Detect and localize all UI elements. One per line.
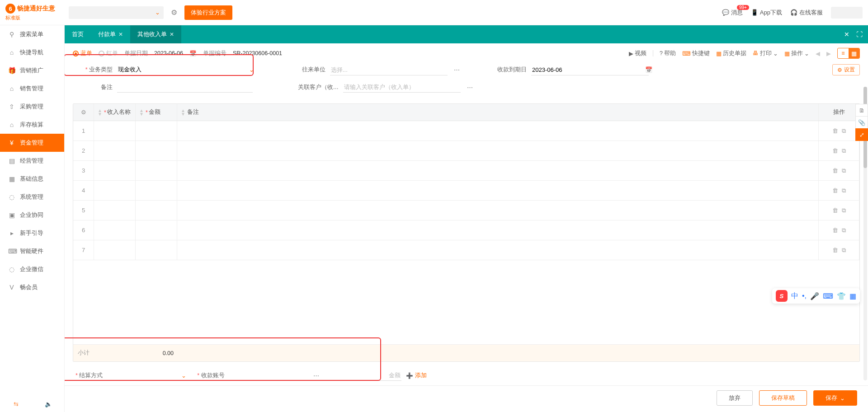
tab-other-income[interactable]: 其他收入单✕ xyxy=(130,25,181,43)
sidebar-item-system[interactable]: ◌系统管理 xyxy=(0,188,64,206)
calendar-icon[interactable]: 📅 xyxy=(645,66,652,73)
ops-button[interactable]: ▦操作 ⌄ xyxy=(784,50,809,57)
ime-keyboard-icon[interactable]: ⌨ xyxy=(823,292,833,300)
close-icon[interactable]: ✕ xyxy=(118,31,123,37)
sidebar-item-purchase[interactable]: ⇧采购管理 xyxy=(0,98,64,116)
attach-tool-button[interactable]: 📎 xyxy=(855,116,868,129)
col-amount-header[interactable]: ▲▼*金额 xyxy=(136,104,177,121)
messages-link[interactable]: 💬 消息 xyxy=(722,9,743,17)
note-tool-button[interactable]: 🗎 xyxy=(855,104,868,117)
ime-toolbox-icon[interactable]: ▦ xyxy=(849,292,856,300)
due-date-input[interactable] xyxy=(531,65,649,75)
sidebar-item-baseinfo[interactable]: ▦基础信息 xyxy=(0,170,64,188)
shortcut-button[interactable]: ⌨快捷键 xyxy=(682,50,710,57)
sidebar-item-search[interactable]: ⚲搜索菜单 xyxy=(0,25,64,43)
sidebar-collapse-button[interactable]: ⇆ xyxy=(0,396,32,412)
more-icon[interactable]: ⋯ xyxy=(313,372,319,379)
ime-toolbar[interactable]: S 中 •, 🎤 ⌨ 👕 ▦ xyxy=(772,288,860,304)
cell-amount[interactable] xyxy=(136,201,177,220)
ime-skin-icon[interactable]: 👕 xyxy=(837,292,846,300)
cell-remark[interactable] xyxy=(177,201,819,220)
delete-row-icon[interactable]: 🗑 xyxy=(832,207,838,214)
copy-row-icon[interactable]: ⧉ xyxy=(842,187,846,194)
table-row[interactable]: 6🗑⧉ xyxy=(73,220,859,240)
cell-name[interactable] xyxy=(94,161,136,180)
radio-red[interactable]: 红单 xyxy=(99,50,118,57)
delete-row-icon[interactable]: 🗑 xyxy=(832,227,838,234)
table-row[interactable]: 4🗑⧉ xyxy=(73,181,859,201)
delete-row-icon[interactable]: 🗑 xyxy=(832,127,838,134)
sidebar-item-funds[interactable]: ¥资金管理 xyxy=(0,134,64,152)
cell-name[interactable] xyxy=(94,201,136,220)
add-settle-button[interactable]: ➕添加 xyxy=(406,372,427,379)
delete-row-icon[interactable]: 🗑 xyxy=(832,167,838,174)
delete-row-icon[interactable]: 🗑 xyxy=(832,147,838,154)
sidebar-item-operation[interactable]: ▤经营管理 xyxy=(0,152,64,170)
prev-doc-button[interactable]: ◀ xyxy=(816,50,820,57)
cell-remark[interactable] xyxy=(177,220,819,240)
cell-remark[interactable] xyxy=(177,121,819,140)
cell-name[interactable] xyxy=(94,181,136,200)
cell-remark[interactable] xyxy=(177,240,819,260)
table-row[interactable]: 5🗑⧉ xyxy=(73,201,859,220)
sidebar-item-hardware[interactable]: ⌨智能硬件 xyxy=(0,242,64,260)
settings-button[interactable]: ⚙设置 xyxy=(832,64,860,75)
sidebar-item-sales[interactable]: ⌂销售管理 xyxy=(0,80,64,98)
close-icon[interactable]: ✕ xyxy=(170,31,174,37)
copy-row-icon[interactable]: ⧉ xyxy=(842,207,846,214)
history-button[interactable]: ▦历史单据 xyxy=(716,50,746,57)
video-button[interactable]: ▶视频 xyxy=(629,50,646,57)
gear-icon[interactable]: ⚙ xyxy=(171,8,177,17)
app-download-link[interactable]: 📱 App下载 xyxy=(751,9,782,17)
cell-name[interactable] xyxy=(94,121,136,140)
cell-remark[interactable] xyxy=(177,141,819,160)
view-form-button[interactable]: ▦ xyxy=(849,48,859,58)
delete-row-icon[interactable]: 🗑 xyxy=(832,187,838,194)
settle-amount-input[interactable] xyxy=(324,370,401,381)
copy-row-icon[interactable]: ⧉ xyxy=(842,127,846,135)
sidebar-item-collab[interactable]: ▣企业协同 xyxy=(0,206,64,224)
tab-fullscreen-button[interactable]: ⛶ xyxy=(854,29,864,39)
table-row[interactable]: 2🗑⧉ xyxy=(73,141,859,161)
col-remark-header[interactable]: ▲▼备注 xyxy=(177,104,819,121)
tab-home[interactable]: 首页 xyxy=(65,25,91,43)
copy-row-icon[interactable]: ⧉ xyxy=(842,147,846,154)
cell-amount[interactable] xyxy=(136,141,177,160)
biz-type-input[interactable] xyxy=(117,65,253,75)
copy-row-icon[interactable]: ⧉ xyxy=(842,247,846,254)
company-selector[interactable]: ⌄ xyxy=(69,6,164,19)
view-list-button[interactable]: ≡ xyxy=(838,48,849,58)
settle-method-input[interactable] xyxy=(107,370,185,381)
remark-input[interactable] xyxy=(117,82,253,93)
cell-amount[interactable] xyxy=(136,121,177,140)
calendar-icon[interactable]: 📅 xyxy=(189,50,197,57)
expand-tool-button[interactable]: ⤢ xyxy=(855,128,868,141)
discard-button[interactable]: 放弃 xyxy=(717,390,753,406)
more-icon[interactable]: ⋯ xyxy=(454,66,460,73)
cell-amount[interactable] xyxy=(136,220,177,240)
doc-date-value[interactable]: 2023-06-06 xyxy=(154,50,183,56)
col-name-header[interactable]: ▲▼*收入名称 xyxy=(94,104,136,121)
col-settings-button[interactable]: ⚙ xyxy=(73,104,94,121)
cell-name[interactable] xyxy=(94,220,136,240)
tab-payment[interactable]: 付款单✕ xyxy=(91,25,130,43)
help-button[interactable]: ?帮助 xyxy=(660,50,676,57)
online-service-link[interactable]: 🎧 在线客服 xyxy=(790,9,823,17)
print-button[interactable]: 🖶打印 ⌄ xyxy=(753,50,778,57)
sidebar-item-marketing[interactable]: 🎁营销推广 xyxy=(0,61,64,80)
cell-name[interactable] xyxy=(94,240,136,260)
copy-row-icon[interactable]: ⧉ xyxy=(842,227,846,234)
tab-close-button[interactable]: ✕ xyxy=(842,29,852,39)
cell-remark[interactable] xyxy=(177,181,819,200)
rel-customer-input[interactable] xyxy=(343,82,461,93)
save-button[interactable]: 保存⌄ xyxy=(813,390,857,406)
sidebar-item-guide[interactable]: ▸新手引导 xyxy=(0,224,64,242)
sidebar-item-inventory[interactable]: ⌂库存核算 xyxy=(0,116,64,134)
ime-lang-button[interactable]: 中 xyxy=(791,291,798,301)
sidebar-sound-button[interactable]: 🔈 xyxy=(32,396,64,412)
partner-input[interactable] xyxy=(330,65,448,75)
try-industry-button[interactable]: 体验行业方案 xyxy=(184,5,232,20)
table-row[interactable]: 1🗑⧉ xyxy=(73,121,859,141)
sidebar-item-wecom[interactable]: ◌企业微信 xyxy=(0,260,64,278)
sidebar-item-quicknav[interactable]: ⌂快捷导航 xyxy=(0,43,64,61)
